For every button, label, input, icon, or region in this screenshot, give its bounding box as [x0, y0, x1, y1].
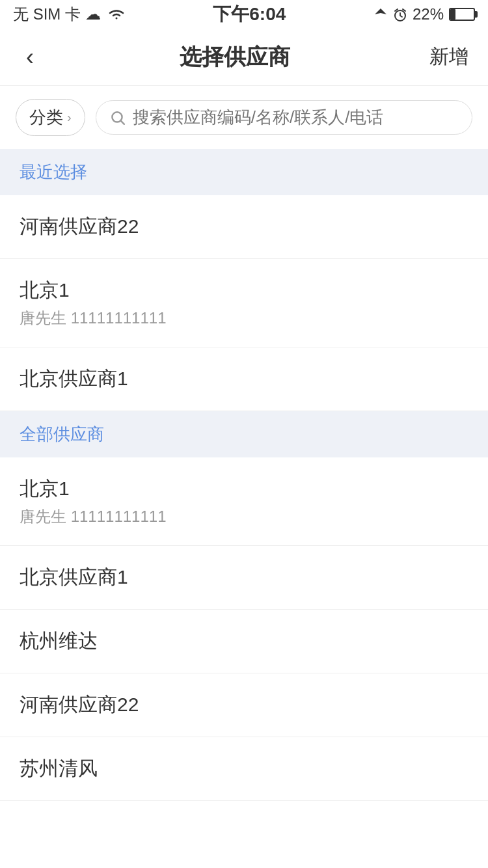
battery-icon: [449, 8, 475, 21]
item-name: 苏州清风: [20, 755, 468, 782]
item-sub: 唐先生 11111111111: [20, 308, 468, 329]
status-bar: 无 SIM 卡 ☁ 下午6:04 22%: [0, 0, 488, 29]
status-time: 下午6:04: [213, 2, 286, 27]
all-section-header: 全部供应商: [0, 411, 488, 457]
chevron-right-icon: ›: [67, 110, 72, 125]
item-name: 北京1: [20, 277, 468, 304]
list-item[interactable]: 河南供应商22: [0, 195, 488, 259]
recent-section-label: 最近选择: [20, 162, 87, 182]
item-name: 河南供应商22: [20, 692, 468, 718]
item-sub: 唐先生 11111111111: [20, 506, 468, 527]
back-button[interactable]: ‹: [20, 37, 40, 77]
category-button[interactable]: 分类 ›: [16, 99, 85, 136]
filter-row: 分类 ›: [0, 86, 488, 149]
list-item[interactable]: 北京1 唐先生 11111111111: [0, 259, 488, 347]
nav-bar: ‹ 选择供应商 新增: [0, 29, 488, 86]
list-item[interactable]: 河南供应商22: [0, 673, 488, 737]
recent-section-header: 最近选择: [0, 149, 488, 195]
list-item[interactable]: 北京供应商1: [0, 347, 488, 411]
status-right: 22%: [373, 5, 475, 23]
item-name: 北京供应商1: [20, 366, 468, 392]
alarm-icon: [393, 7, 407, 21]
svg-line-2: [121, 120, 124, 124]
search-input[interactable]: [133, 107, 459, 128]
wifi-icon: [107, 8, 126, 21]
location-icon: [373, 7, 388, 21]
search-icon: [109, 109, 126, 127]
list-item[interactable]: 杭州维达: [0, 610, 488, 673]
item-name: 北京供应商1: [20, 564, 468, 591]
recent-list: 河南供应商22 北京1 唐先生 11111111111 北京供应商1: [0, 195, 488, 411]
item-name: 北京1: [20, 476, 468, 502]
status-left: 无 SIM 卡 ☁: [13, 4, 126, 25]
item-name: 河南供应商22: [20, 213, 468, 240]
no-sim-label: 无 SIM 卡 ☁: [13, 4, 101, 25]
list-item[interactable]: 苏州清风: [0, 737, 488, 801]
battery-percent: 22%: [413, 5, 444, 23]
search-box[interactable]: [96, 100, 472, 135]
list-item[interactable]: 北京供应商1: [0, 546, 488, 610]
category-label: 分类: [29, 106, 63, 129]
all-section-label: 全部供应商: [20, 424, 104, 444]
page-title: 选择供应商: [180, 42, 290, 72]
all-list: 北京1 唐先生 11111111111 北京供应商1 杭州维达 河南供应商22 …: [0, 457, 488, 801]
add-button[interactable]: 新增: [429, 44, 468, 70]
list-item[interactable]: 北京1 唐先生 11111111111: [0, 457, 488, 546]
item-name: 杭州维达: [20, 628, 468, 655]
